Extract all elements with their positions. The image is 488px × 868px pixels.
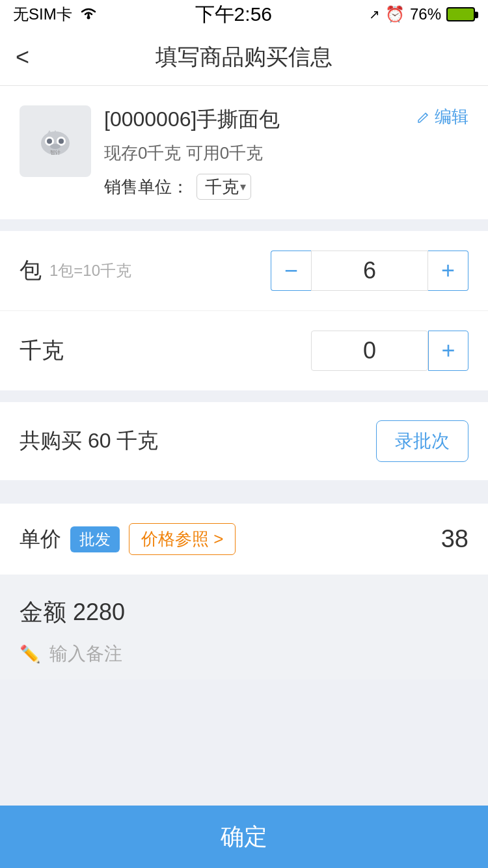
status-time: 下午2:56 (195, 1, 272, 28)
svg-point-5 (59, 139, 64, 144)
summary-text: 共购买 60 千克 (20, 427, 158, 455)
battery-percentage: 76% (410, 5, 441, 23)
confirm-footer[interactable]: 确定 (0, 806, 488, 868)
unit-kg-label: 千克 (20, 336, 64, 366)
svg-point-0 (87, 16, 90, 20)
amount-label: 金额 (20, 599, 73, 625)
increment-bao-button[interactable]: + (428, 251, 468, 291)
edit-label: 编辑 (435, 105, 468, 128)
summary-section: 共购买 60 千克 录批次 (0, 402, 488, 480)
price-section: 单价 批发 价格参照 > 38 (0, 504, 488, 575)
quantity-row-bao: 包 1包=10千克 − + (0, 231, 488, 311)
svg-point-4 (47, 139, 52, 144)
svg-point-8 (50, 144, 61, 149)
unit-select[interactable]: 千克 (197, 174, 251, 200)
quantity-row-kg: 千克 + (0, 311, 488, 390)
location-icon: ↗ (369, 7, 380, 22)
price-label: 单价 (20, 525, 61, 554)
divider-1 (0, 492, 488, 504)
back-button[interactable]: < (16, 44, 29, 71)
svg-text:智计: 智计 (50, 150, 61, 156)
price-value: 38 (441, 525, 468, 553)
product-info: [0000006]手撕面包 现存0千克 可用0千克 销售单位： 千克 (104, 105, 468, 200)
price-badge: 批发 (70, 526, 120, 552)
status-right: ↗ ⏰ 76% (369, 5, 475, 23)
quantity-kg-input[interactable] (311, 331, 428, 371)
quantity-section: 包 1包=10千克 − + 千克 + (0, 231, 488, 390)
product-unit-row: 销售单位： 千克 (104, 174, 468, 200)
summary-amount: 60 (88, 429, 111, 452)
pencil-icon: ✏️ (20, 644, 40, 664)
quantity-controls-kg: + (311, 331, 468, 371)
confirm-button[interactable]: 确定 (221, 821, 267, 853)
increment-kg-button[interactable]: + (428, 331, 468, 371)
status-left: 无SIM卡 (13, 4, 98, 25)
main-content: 智计 [0000006]手撕面包 现存0千克 可用0千克 销售单位： 千克 编辑 (0, 86, 488, 868)
batch-button[interactable]: 录批次 (376, 420, 468, 462)
product-image: 智计 (20, 105, 91, 177)
svg-marker-7 (47, 130, 51, 133)
edit-button[interactable]: 编辑 (416, 105, 468, 128)
price-ref-button[interactable]: 价格参照 > (129, 523, 236, 555)
unit-bao-label: 包 (20, 256, 42, 286)
amount-value: 2280 (73, 599, 125, 625)
quantity-bao-input[interactable] (311, 251, 428, 291)
carrier-text: 无SIM卡 (13, 4, 72, 25)
wifi-icon (79, 5, 98, 23)
summary-prefix: 共购买 (20, 429, 88, 452)
remark-placeholder: 输入备注 (49, 642, 122, 666)
amount-section: 金额 2280 ✏️ 输入备注 (0, 575, 488, 679)
alarm-icon: ⏰ (385, 5, 405, 23)
page-title: 填写商品购买信息 (156, 42, 332, 72)
unit-bao-sublabel: 1包=10千克 (49, 260, 131, 281)
amount-row: 金额 2280 (20, 597, 468, 629)
unit-select-wrap[interactable]: 千克 (197, 174, 251, 200)
remark-row[interactable]: ✏️ 输入备注 (20, 642, 468, 666)
price-ref-label: 价格参照 > (141, 528, 223, 550)
unit-label: 销售单位： (104, 176, 189, 198)
status-bar: 无SIM卡 下午2:56 ↗ ⏰ 76% (0, 0, 488, 29)
quantity-controls-bao: − + (271, 251, 468, 291)
product-stock: 现存0千克 可用0千克 (104, 142, 468, 165)
decrement-bao-button[interactable]: − (271, 251, 311, 291)
product-name: [0000006]手撕面包 (104, 105, 468, 134)
battery-icon (446, 7, 475, 21)
nav-bar: < 填写商品购买信息 (0, 29, 488, 86)
product-card: 智计 [0000006]手撕面包 现存0千克 可用0千克 销售单位： 千克 编辑 (0, 86, 488, 219)
summary-unit: 千克 (116, 429, 158, 452)
